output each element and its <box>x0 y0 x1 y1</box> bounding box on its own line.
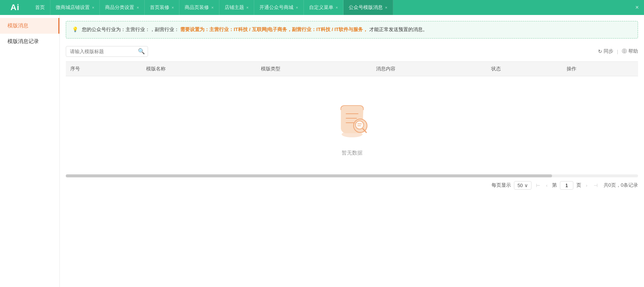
sidebar-item-template-log[interactable]: 模版消息记录 <box>0 34 59 49</box>
pagination: 每页显示 50 ∨ ⊢ ‹ 第 页 › ⊣ 共0页，0条记录 <box>66 181 638 190</box>
info-banner-prefix: 您的公众号行业为：主营行业：，副营行业： <box>82 27 179 32</box>
horizontal-scrollbar[interactable] <box>66 174 638 177</box>
help-button[interactable]: ⓪ 帮助 <box>622 48 638 55</box>
close-tab-template-msg[interactable]: × <box>385 5 387 10</box>
search-input-wrap: 🔍 <box>66 46 148 57</box>
page-size-value: 50 <box>517 183 523 188</box>
first-page-button[interactable]: ⊢ <box>534 182 542 189</box>
page-number-input[interactable] <box>560 181 573 190</box>
bulb-icon: 💡 <box>72 27 78 32</box>
help-label: 帮助 <box>628 48 638 55</box>
col-header-action: 操作 <box>562 61 638 76</box>
info-banner-suffix: 才能正常发送预置的消息。 <box>369 27 428 32</box>
search-actions: ↻ 同步 | ⓪ 帮助 <box>598 48 638 55</box>
empty-icon <box>330 99 375 144</box>
help-icon: ⓪ <box>622 48 627 55</box>
sidebar-item-template-msg[interactable]: 模版消息 <box>0 18 59 34</box>
nav-tab-custom-menu[interactable]: 自定义菜单× <box>304 0 343 15</box>
main-layout: 模版消息模版消息记录 💡 您的公众号行业为：主营行业：，副营行业： 需要设置为：… <box>0 15 644 287</box>
sync-button[interactable]: ↻ 同步 <box>598 48 613 55</box>
nav-tab-product-category[interactable]: 商品分类设置× <box>100 0 144 15</box>
close-tab-store-theme[interactable]: × <box>246 5 249 10</box>
page-size-select[interactable]: 50 ∨ <box>514 181 531 190</box>
search-input[interactable] <box>66 46 148 57</box>
scrollbar-thumb <box>66 174 552 177</box>
nav-tab-home-decor[interactable]: 首页装修× <box>145 0 179 15</box>
nav-tab-open-wechat[interactable]: 开通公众号商城× <box>254 0 303 15</box>
sync-icon: ↻ <box>598 49 602 54</box>
last-page-button[interactable]: ⊣ <box>592 182 599 189</box>
chevron-down-icon: ∨ <box>524 183 528 188</box>
close-tab-product-category[interactable]: × <box>136 5 139 10</box>
col-header-type: 模版类型 <box>256 61 372 76</box>
prev-page-button[interactable]: ‹ <box>545 182 549 189</box>
close-all-button[interactable]: × <box>630 4 644 11</box>
close-tab-open-wechat[interactable]: × <box>296 5 298 10</box>
col-header-seq: 序号 <box>66 61 142 76</box>
data-table: 序号模版名称模版类型消息内容状态操作 <box>66 61 638 76</box>
close-tab-custom-menu[interactable]: × <box>336 5 338 10</box>
info-banner: 💡 您的公众号行业为：主营行业：，副营行业： 需要设置为：主营行业：IT科技 /… <box>66 21 638 39</box>
next-page-button[interactable]: › <box>584 182 589 189</box>
nav-tab-product-decor[interactable]: 商品页装修× <box>179 0 219 15</box>
close-tab-product-decor[interactable]: × <box>211 5 213 10</box>
divider: | <box>617 49 618 54</box>
search-button[interactable]: 🔍 <box>138 48 145 55</box>
nav-tab-store-theme[interactable]: 店铺主题× <box>219 0 254 15</box>
page-label-di: 第 <box>552 182 557 189</box>
nav-tab-micro-store[interactable]: 微商城店铺设置× <box>50 0 100 15</box>
table-header: 序号模版名称模版类型消息内容状态操作 <box>66 61 638 76</box>
page-size-label: 每页显示 <box>492 182 511 189</box>
info-banner-highlight: 需要设置为：主营行业：IT科技 / 互联网|电子商务，副营行业：IT科技 / I… <box>180 27 368 32</box>
sync-label: 同步 <box>604 48 613 55</box>
empty-state: 暂无数据 <box>66 76 638 171</box>
nav-tab-template-msg[interactable]: 公众号模版消息× <box>343 0 393 15</box>
sidebar: 模版消息模版消息记录 <box>0 15 60 287</box>
close-tab-home-decor[interactable]: × <box>172 5 174 10</box>
empty-text: 暂无数据 <box>342 150 363 156</box>
col-header-content: 消息内容 <box>372 61 487 76</box>
page-total: 共0页，0条记录 <box>604 182 638 189</box>
nav-tab-home[interactable]: 首页 <box>30 0 50 15</box>
table-header-row: 序号模版名称模版类型消息内容状态操作 <box>66 61 638 76</box>
col-header-name: 模版名称 <box>142 61 257 76</box>
search-bar: 🔍 ↻ 同步 | ⓪ 帮助 <box>66 46 638 57</box>
top-nav-bar: Ai 首页微商城店铺设置×商品分类设置×首页装修×商品页装修×店铺主题×开通公众… <box>0 0 644 15</box>
page-label: 页 <box>576 182 581 189</box>
nav-tabs: 首页微商城店铺设置×商品分类设置×首页装修×商品页装修×店铺主题×开通公众号商城… <box>30 0 630 15</box>
close-tab-micro-store[interactable]: × <box>92 5 94 10</box>
svg-point-5 <box>355 121 364 129</box>
app-logo: Ai <box>0 0 30 15</box>
content-area: 💡 您的公众号行业为：主营行业：，副营行业： 需要设置为：主营行业：IT科技 /… <box>60 15 644 287</box>
col-header-status: 状态 <box>487 61 563 76</box>
